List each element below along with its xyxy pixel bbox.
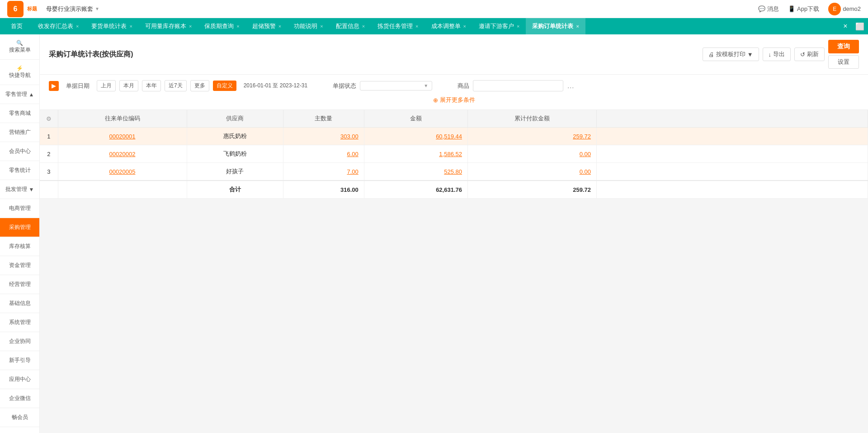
date-last-month[interactable]: 上月 xyxy=(97,80,116,91)
tab-order-stat[interactable]: 要货单统计表 × xyxy=(85,18,138,34)
tab-receive-close[interactable]: × xyxy=(76,24,79,29)
settings-button[interactable]: 设置 xyxy=(828,55,859,69)
tab-receive[interactable]: 收发存汇总表 × xyxy=(32,18,85,34)
sidebar-item-member[interactable]: 会员中心 xyxy=(0,142,39,161)
sidebar-item-ecommerce[interactable]: 电商管理 xyxy=(0,199,39,218)
tab-purchase-stat[interactable]: 采购订单统计表 × xyxy=(526,18,585,34)
search-icon: 🔍 xyxy=(2,40,38,46)
col-empty-header xyxy=(597,110,868,128)
expand-more-btn[interactable]: ⊕ 展开更多条件 xyxy=(49,96,859,104)
goods-input[interactable] xyxy=(473,80,563,91)
sidebar-item-ops[interactable]: 经营管理 xyxy=(0,275,39,294)
row-3-amount[interactable]: 525.80 xyxy=(364,163,467,181)
sidebar-item-retail-mall[interactable]: 零售商城 xyxy=(0,104,39,123)
tab-inventory[interactable]: 可用量库存账本 × xyxy=(139,18,198,34)
main-content: 采购订单统计表(按供应商) 🖨 按模板打印 ▼ ↓ 导出 ↺ 刷新 查询 设置 xyxy=(40,34,868,433)
sidebar-item-appcenter[interactable]: 应用中心 xyxy=(0,370,39,389)
tab-home[interactable]: 首页 xyxy=(2,18,32,34)
workspace-name: 母婴行业演示账套 xyxy=(46,5,93,13)
tab-pick-task[interactable]: 拣货任务管理 × xyxy=(371,18,425,34)
sidebar-item-system[interactable]: 系统管理 xyxy=(0,313,39,332)
maximize-tab-action[interactable]: ⬜ xyxy=(854,20,866,33)
tab-cost-adj[interactable]: 成本调整单 × xyxy=(425,18,472,34)
footer-label: 合计 xyxy=(187,181,283,199)
sidebar-item-wholesale[interactable]: 批发管理 ▼ xyxy=(0,180,39,199)
sidebar-item-appcenter-label: 应用中心 xyxy=(2,376,38,383)
row-1-paid[interactable]: 259.72 xyxy=(467,128,596,145)
date-this-month[interactable]: 本月 xyxy=(119,80,138,91)
tab-pick-task-close[interactable]: × xyxy=(415,24,418,29)
sidebar-item-retail-stat[interactable]: 零售统计 xyxy=(0,161,39,180)
tab-overstock-label: 超储预警 xyxy=(252,22,276,30)
query-button[interactable]: 查询 xyxy=(828,40,859,53)
tab-order-stat-close[interactable]: × xyxy=(129,24,132,29)
sidebar-item-enterprise[interactable]: 企业协同 xyxy=(0,332,39,351)
export-button[interactable]: ↓ 导出 xyxy=(763,48,791,61)
status-label: 单据状态 xyxy=(333,82,356,90)
row-1-qty[interactable]: 303.00 xyxy=(283,128,364,145)
tab-expiry[interactable]: 保质期查询 × xyxy=(198,18,245,34)
tab-overstock-close[interactable]: × xyxy=(278,24,281,29)
row-2-paid[interactable]: 0.00 xyxy=(467,145,596,163)
template-print-button[interactable]: 🖨 按模板打印 ▼ xyxy=(703,48,759,61)
col-qty-header: 主数量 xyxy=(283,110,364,128)
message-button[interactable]: 💬 消息 xyxy=(758,5,779,13)
row-2-code[interactable]: 00020002 xyxy=(58,145,187,163)
sidebar-item-newguide[interactable]: 新手引导 xyxy=(0,351,39,370)
close-tab-action[interactable]: × xyxy=(839,20,852,33)
col-code-header: 往来单位编码 xyxy=(58,110,187,128)
tab-inventory-close[interactable]: × xyxy=(189,24,192,29)
filter-toggle-button[interactable]: ▶ xyxy=(49,81,59,91)
sidebar-item-search[interactable]: 🔍 搜索菜单 xyxy=(0,34,39,60)
sidebar-item-wechat[interactable]: 企业微信 xyxy=(0,389,39,408)
tab-overstock[interactable]: 超储预警 × xyxy=(246,18,288,34)
sidebar-item-vip[interactable]: 畅会员 xyxy=(0,408,39,427)
col-settings[interactable]: ⚙ xyxy=(40,110,58,128)
tab-func-desc[interactable]: 功能说明 × xyxy=(288,18,329,34)
sidebar-item-marketing-label: 营销推广 xyxy=(2,128,38,136)
sidebar-item-basic[interactable]: 基础信息 xyxy=(0,294,39,313)
sidebar-item-finance[interactable]: 资金管理 xyxy=(0,256,39,275)
date-7days[interactable]: 近7天 xyxy=(165,80,187,91)
row-2-qty[interactable]: 6.00 xyxy=(283,145,364,163)
date-range-display: 2016-01-01 至 2023-12-31 xyxy=(244,82,307,90)
tab-expiry-close[interactable]: × xyxy=(236,24,239,29)
row-2-amount[interactable]: 1,586.52 xyxy=(364,145,467,163)
date-custom-button[interactable]: 自定义 xyxy=(213,81,236,91)
row-3-paid[interactable]: 0.00 xyxy=(467,163,596,181)
refresh-button[interactable]: ↺ 刷新 xyxy=(794,48,825,61)
sidebar-item-retail[interactable]: 零售管理 ▲ xyxy=(0,85,39,104)
tab-purchase-stat-close[interactable]: × xyxy=(576,24,579,29)
app-download-button[interactable]: 📱 App下载 xyxy=(788,5,819,13)
top-right: 💬 消息 📱 App下载 E demo2 xyxy=(758,3,861,15)
sidebar-item-inventory-mgr[interactable]: 库存核算 xyxy=(0,237,39,256)
user-menu[interactable]: E demo2 xyxy=(828,3,861,15)
expand-icon: ⊕ xyxy=(433,97,438,104)
export-label: 导出 xyxy=(773,50,785,58)
tab-func-desc-close[interactable]: × xyxy=(320,24,323,29)
col-settings-icon[interactable]: ⚙ xyxy=(46,115,52,122)
tab-config[interactable]: 配置信息 × xyxy=(330,18,371,34)
date-this-year[interactable]: 本年 xyxy=(142,80,161,91)
data-table: ⚙ 往来单位编码 供应商 主数量 金额 累计付款金额 1 00020001 xyxy=(40,110,868,199)
row-3-code[interactable]: 00020005 xyxy=(58,163,187,181)
status-select[interactable]: ▼ xyxy=(360,81,432,90)
sidebar-item-quicknav[interactable]: ⚡ 快捷导航 xyxy=(0,60,39,85)
row-1-code[interactable]: 00020001 xyxy=(58,128,187,145)
table-row: 1 00020001 惠氏奶粉 303.00 60,519.44 259.72 xyxy=(40,128,868,145)
tab-invite-close[interactable]: × xyxy=(517,24,519,29)
sidebar-item-purchase[interactable]: 采购管理 xyxy=(0,218,39,237)
tab-config-close[interactable]: × xyxy=(362,24,365,29)
goods-more-icon[interactable]: … xyxy=(567,82,574,90)
tab-invite[interactable]: 邀请下游客户 × xyxy=(472,18,526,34)
expand-label: 展开更多条件 xyxy=(440,96,475,104)
filter-area: ▶ 单据日期 上月 本月 本年 近7天 更多 自定义 2016-01-01 至 … xyxy=(40,75,868,110)
row-3-qty[interactable]: 7.00 xyxy=(283,163,364,181)
tab-cost-adj-close[interactable]: × xyxy=(463,24,466,29)
sidebar-item-marketing[interactable]: 营销推广 xyxy=(0,123,39,142)
row-1-amount[interactable]: 60,519.44 xyxy=(364,128,467,145)
app-icon: 📱 xyxy=(788,5,795,12)
nav-tabs: 首页 收发存汇总表 × 要货单统计表 × 可用量库存账本 × 保质期查询 × 超… xyxy=(0,18,868,34)
workspace-selector[interactable]: 母婴行业演示账套 ▼ xyxy=(46,5,99,13)
date-more[interactable]: 更多 xyxy=(190,80,209,91)
